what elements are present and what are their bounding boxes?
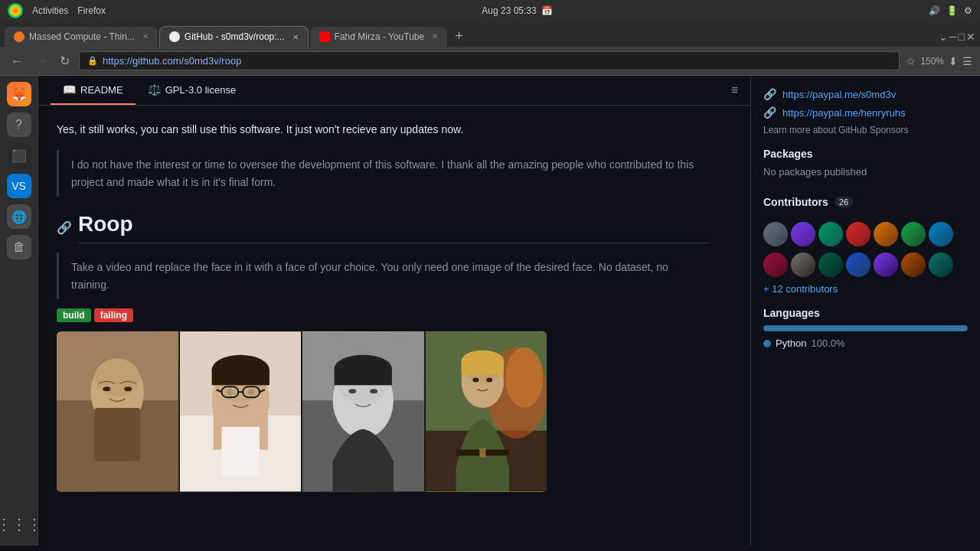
sidebar-dots[interactable]: ⋮⋮⋮ bbox=[0, 515, 42, 533]
paypal-link-1[interactable]: 🔗 https://paypal.me/s0md3v bbox=[763, 88, 968, 100]
demo-panel-3 bbox=[302, 331, 424, 492]
blockquote-text: I do not have the interest or time to ov… bbox=[71, 158, 694, 187]
avatar-1[interactable] bbox=[763, 222, 788, 246]
back-button[interactable]: ← bbox=[8, 53, 26, 70]
tab-readme[interactable]: 📖 README bbox=[51, 76, 136, 105]
avatar-13[interactable] bbox=[901, 253, 926, 277]
avatar-7[interactable] bbox=[929, 222, 953, 246]
badge-build: build bbox=[57, 308, 91, 322]
zoom-level: 150% bbox=[920, 56, 944, 67]
license-tab-label: GPL-3.0 license bbox=[165, 84, 237, 96]
tab1-close[interactable]: ✕ bbox=[142, 32, 149, 41]
svg-rect-19 bbox=[211, 370, 269, 385]
tab-youtube[interactable]: Fahd Mirza - YouTube ✕ bbox=[310, 27, 448, 47]
svg-point-40 bbox=[486, 377, 492, 382]
tab1-favicon bbox=[14, 31, 24, 42]
description-quote: Take a video and replace the face in it … bbox=[57, 253, 709, 299]
sidebar-item-trash[interactable]: 🗑 bbox=[7, 235, 31, 259]
readme-content: Yes, it still works, you can still use t… bbox=[38, 106, 727, 507]
maximize-button[interactable]: □ bbox=[959, 31, 965, 43]
demo-panel-1 bbox=[57, 331, 178, 492]
avatar-grid-row1 bbox=[763, 222, 968, 246]
datetime-label: Aug 23 05:33 bbox=[482, 5, 536, 16]
sidebar-item-globe[interactable]: 🌐 bbox=[7, 204, 31, 229]
os-bar-center: Aug 23 05:33 📅 bbox=[482, 5, 552, 16]
contributors-title: Contributors bbox=[763, 196, 828, 208]
svg-rect-38 bbox=[461, 361, 503, 375]
volume-icon: 🔋 bbox=[946, 5, 958, 16]
os-sidebar: 🦊 ? ⬛ VS 🌐 🗑 ⋮⋮⋮ bbox=[0, 76, 38, 546]
forward-button[interactable]: → bbox=[32, 53, 51, 70]
tab2-close[interactable]: ✕ bbox=[292, 33, 299, 41]
tab3-favicon bbox=[319, 31, 330, 42]
svg-point-17 bbox=[248, 389, 254, 395]
avatar-9[interactable] bbox=[791, 253, 815, 277]
tab-bar: Massed Compute - Thin... ✕ GitHub - s0md… bbox=[0, 21, 980, 47]
sidebar-item-terminal[interactable]: ⬛ bbox=[7, 143, 31, 168]
sponsors-learn-link[interactable]: Learn more about GitHub Sponsors bbox=[763, 125, 968, 135]
section-heading-roop: 🔗 Roop bbox=[57, 212, 709, 243]
address-bar[interactable]: 🔒 https://github.com/s0md3v/roop bbox=[79, 51, 900, 70]
readme-tab-label: README bbox=[80, 84, 123, 96]
sidebar-item-firefox[interactable]: 🦊 bbox=[7, 82, 31, 106]
nav-bar: ← → ↻ 🔒 https://github.com/s0md3v/roop ☆… bbox=[0, 47, 980, 75]
menu-button[interactable]: ☰ bbox=[962, 55, 972, 67]
new-tab-button[interactable]: + bbox=[449, 28, 469, 44]
description-text: Take a video and replace the face in it … bbox=[71, 261, 668, 290]
avatar-4[interactable] bbox=[846, 222, 871, 246]
avatar-11[interactable] bbox=[846, 253, 871, 277]
repo-tabs: 📖 README ⚖️ GPL-3.0 license ≡ bbox=[38, 76, 750, 106]
contributors-count: 26 bbox=[835, 197, 853, 207]
tabs-expand-button[interactable]: ⌄ bbox=[939, 31, 948, 43]
notice-text: Yes, it still works, you can still use t… bbox=[57, 121, 709, 138]
tab3-close[interactable]: ✕ bbox=[432, 32, 438, 41]
avatar-3[interactable] bbox=[818, 222, 843, 246]
bookmark-button[interactable]: ☆ bbox=[906, 55, 916, 67]
avatar-12[interactable] bbox=[874, 253, 898, 277]
reload-button[interactable]: ↻ bbox=[57, 52, 73, 70]
demo-image bbox=[57, 331, 547, 492]
svg-rect-22 bbox=[221, 427, 260, 476]
sidebar-item-vscode[interactable]: VS bbox=[7, 174, 31, 198]
avatar-6[interactable] bbox=[901, 222, 926, 246]
languages-title: Languages bbox=[763, 307, 968, 319]
minimize-button[interactable]: ─ bbox=[949, 31, 957, 43]
toc-button[interactable]: ≡ bbox=[731, 76, 738, 105]
anchor-icon: 🔗 bbox=[57, 220, 72, 235]
svg-point-3 bbox=[95, 359, 140, 397]
python-bar bbox=[763, 325, 968, 331]
os-bar-left: Activities Firefox bbox=[8, 3, 106, 18]
download-button[interactable]: ⬇ bbox=[949, 55, 958, 67]
python-name: Python bbox=[776, 337, 806, 349]
paypal-url-1: https://paypal.me/s0md3v bbox=[782, 89, 896, 100]
tab1-label: Massed Compute - Thin... bbox=[29, 31, 135, 42]
right-sidebar: 🔗 https://paypal.me/s0md3v 🔗 https://pay… bbox=[750, 76, 980, 546]
tab-github-roop[interactable]: GitHub - s0md3v/roop:... ✕ bbox=[159, 26, 309, 47]
avatar-2[interactable] bbox=[791, 222, 815, 246]
url-text: https://github.com/s0md3v/roop bbox=[103, 55, 241, 67]
no-packages-text: No packages published bbox=[763, 166, 968, 178]
lang-bar bbox=[763, 325, 968, 331]
packages-title: Packages bbox=[763, 148, 968, 160]
browser-label[interactable]: Firefox bbox=[77, 5, 106, 16]
avatar-10[interactable] bbox=[818, 253, 843, 277]
avatar-14[interactable] bbox=[929, 253, 953, 277]
lock-icon: 🔒 bbox=[87, 56, 98, 66]
tab-license[interactable]: ⚖️ GPL-3.0 license bbox=[136, 76, 249, 105]
paypal-link-2[interactable]: 🔗 https://paypal.me/henryruhs bbox=[763, 106, 968, 119]
tab-massed-compute[interactable]: Massed Compute - Thin... ✕ bbox=[5, 27, 158, 47]
python-dot bbox=[763, 340, 771, 347]
badges: build failing bbox=[57, 308, 709, 322]
avatar-8[interactable] bbox=[763, 253, 788, 277]
avatar-5[interactable] bbox=[874, 222, 898, 246]
more-contributors-link[interactable]: + 12 contributors bbox=[763, 283, 968, 295]
close-button[interactable]: ✕ bbox=[966, 31, 975, 43]
os-bar: Activities Firefox Aug 23 05:33 📅 🔊 🔋 ⚙ bbox=[0, 0, 980, 21]
tab3-label: Fahd Mirza - YouTube bbox=[335, 31, 425, 42]
browser-chrome: Massed Compute - Thin... ✕ GitHub - s0md… bbox=[0, 21, 980, 76]
os-logo bbox=[8, 3, 23, 18]
sidebar-item-help[interactable]: ? bbox=[7, 112, 31, 137]
python-pct: 100.0% bbox=[811, 337, 844, 349]
network-icon: 🔊 bbox=[929, 5, 940, 16]
activities-label[interactable]: Activities bbox=[32, 5, 68, 16]
